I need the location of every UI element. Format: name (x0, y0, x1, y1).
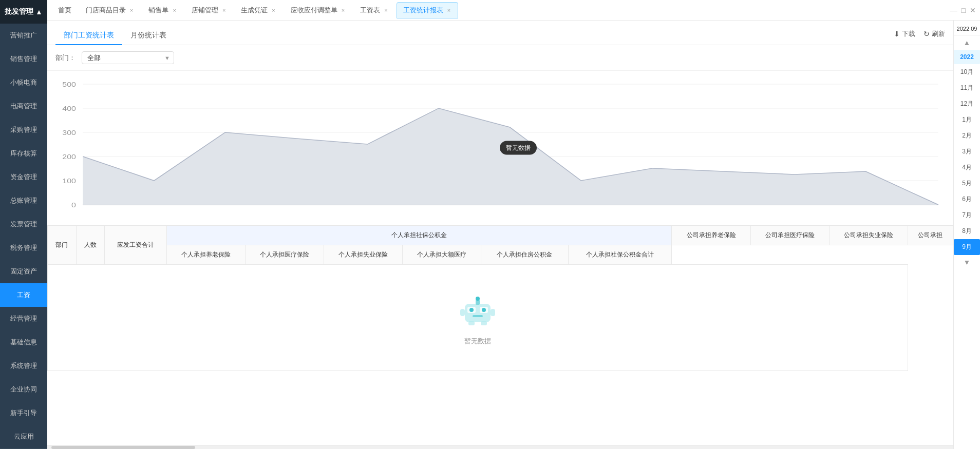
sidebar-item-finance[interactable]: 资金管理 (0, 165, 47, 189)
window-close[interactable]: ✕ (970, 6, 976, 14)
sidebar-items: 营销推广销售管理小畅电商电商管理采购管理库存核算资金管理总账管理发票管理税务管理… (0, 24, 47, 448)
empty-row: 暂无数据 (48, 265, 908, 371)
tab-items: 首页门店商品目录×销售单×店铺管理×生成凭证×应收应付调整单×工资表×工资统计报… (51, 2, 458, 18)
dept-select-wrapper: 全部 销售部 财务部 技术部 行政部 ▼ (82, 51, 174, 64)
tab-sales-order[interactable]: 销售单× (142, 2, 183, 18)
sub-tab-bar: 部门工资统计表 月份统计表 ⬇ 下载 ↻ 刷新 (47, 21, 953, 45)
tab-close-sales-order[interactable]: × (172, 7, 177, 14)
date-nav-up[interactable]: ▲ (960, 35, 974, 50)
date-nav-down[interactable]: ▼ (960, 255, 974, 269)
date-month-8月[interactable]: 8月 (954, 223, 980, 239)
date-month-12月[interactable]: 12月 (954, 96, 980, 112)
table-container[interactable]: 部门 人数 应发工资合计 个人承担社保公积金 公司承担养老保险 公司承担医疗保险… (47, 225, 953, 445)
th-personal-3: 个人承担失业保险 (324, 245, 402, 265)
tab-label-store: 店铺管理 (192, 6, 218, 15)
sidebar-item-ecommerce-small[interactable]: 小畅电商 (0, 71, 47, 94)
th-personal-5: 个人承担住房公积金 (481, 245, 568, 265)
tab-close-product[interactable]: × (129, 7, 134, 14)
date-month-4月[interactable]: 4月 (954, 160, 980, 175)
page-content: 部门工资统计表 月份统计表 ⬇ 下载 ↻ 刷新 部门： (47, 21, 953, 449)
sidebar-item-enterprise[interactable]: 企业协同 (0, 378, 47, 401)
tab-label-product: 门店商品目录 (86, 6, 126, 15)
date-month-2月[interactable]: 2月 (954, 128, 980, 144)
sidebar-item-invoice[interactable]: 发票管理 (0, 212, 47, 236)
tab-production[interactable]: 生成凭证× (234, 2, 282, 18)
refresh-icon: ↻ (924, 30, 930, 38)
tab-label-home: 首页 (58, 6, 71, 15)
download-btn[interactable]: ⬇ 下载 (894, 29, 915, 38)
window-minimize[interactable]: — (950, 6, 957, 14)
date-month-10月[interactable]: 10月 (954, 64, 980, 80)
tab-label-production: 生成凭证 (241, 6, 268, 15)
window-maximize[interactable]: □ (962, 6, 966, 14)
svg-point-19 (476, 297, 480, 301)
sidebar-item-assets[interactable]: 固定资产 (0, 260, 47, 283)
refresh-btn[interactable]: ↻ 刷新 (924, 29, 945, 38)
svg-text:0: 0 (71, 202, 76, 209)
th-personal-6: 个人承担社保公积金合计 (568, 245, 672, 265)
tab-home[interactable]: 首页 (51, 2, 78, 18)
tab-label-payroll-report: 工资统计报表 (403, 6, 443, 15)
sidebar-item-tax[interactable]: 税务管理 (0, 236, 47, 260)
chart-svg: 500 400 300 200 100 0 (55, 79, 945, 223)
date-month-5月[interactable]: 5月 (954, 175, 980, 191)
sidebar-item-salary[interactable]: 工资 (0, 283, 47, 307)
svg-text:300: 300 (62, 129, 76, 136)
scrollbar-thumb[interactable] (51, 446, 195, 449)
sidebar-item-basic[interactable]: 基础信息 (0, 330, 47, 354)
date-month-6月[interactable]: 6月 (954, 191, 980, 207)
date-month-7月[interactable]: 7月 (954, 207, 980, 223)
tab-month[interactable]: 月份统计表 (122, 27, 175, 45)
tab-payroll[interactable]: 工资表× (353, 2, 395, 18)
sidebar-item-purchase[interactable]: 采购管理 (0, 118, 47, 142)
sidebar-item-inventory[interactable]: 库存核算 (0, 142, 47, 165)
svg-text:100: 100 (62, 178, 76, 185)
tab-store[interactable]: 店铺管理× (185, 2, 233, 18)
tab-receivable[interactable]: 应收应付调整单× (284, 2, 352, 18)
filter-bar: 部门： 全部 销售部 财务部 技术部 行政部 ▼ (47, 45, 953, 71)
sidebar-item-guide[interactable]: 新手引导 (0, 401, 47, 425)
svg-rect-21 (491, 309, 495, 316)
tab-label-receivable: 应收应付调整单 (291, 6, 337, 15)
sidebar-item-operations[interactable]: 经营管理 (0, 307, 47, 330)
svg-point-15 (469, 308, 474, 312)
svg-rect-20 (460, 309, 465, 316)
tab-dept[interactable]: 部门工资统计表 (55, 27, 122, 45)
sidebar-item-ledger[interactable]: 总账管理 (0, 189, 47, 212)
tab-payroll-report[interactable]: 工资统计报表× (397, 2, 458, 18)
sidebar-header[interactable]: 批发管理 ▲ (0, 0, 47, 24)
svg-text:500: 500 (62, 81, 76, 88)
sidebar-item-ecommerce[interactable]: 电商管理 (0, 94, 47, 118)
refresh-label: 刷新 (932, 29, 945, 38)
svg-text:400: 400 (62, 105, 76, 112)
th-total-salary: 应发工资合计 (105, 226, 167, 265)
tab-close-store[interactable]: × (221, 7, 227, 14)
tab-close-payroll[interactable]: × (383, 7, 388, 14)
date-items: 202210月11月12月1月2月3月4月5月6月7月8月9月 (954, 50, 980, 255)
tab-label-payroll: 工资表 (360, 6, 380, 15)
chart-area: 500 400 300 200 100 0 (47, 71, 953, 225)
tab-label-sales-order: 销售单 (148, 6, 168, 15)
sidebar-item-system[interactable]: 系统管理 (0, 354, 47, 378)
sidebar-item-cloud[interactable]: 云应用 (0, 425, 47, 448)
date-year-2022[interactable]: 2022 (954, 50, 980, 64)
date-month-1月[interactable]: 1月 (954, 112, 980, 128)
date-month-11月[interactable]: 11月 (954, 80, 980, 96)
th-personal-4: 个人承担大额医疗 (403, 245, 481, 265)
svg-point-16 (482, 308, 486, 312)
horizontal-scrollbar[interactable] (47, 445, 953, 449)
date-month-3月[interactable]: 3月 (954, 144, 980, 160)
svg-text:200: 200 (62, 153, 76, 161)
tab-product[interactable]: 门店商品目录× (79, 2, 141, 18)
collapse-icon: ▲ (35, 8, 43, 16)
tab-close-payroll-report[interactable]: × (446, 7, 451, 14)
date-panel: 2022.09 ▲ 202210月11月12月1月2月3月4月5月6月7月8月9… (953, 21, 980, 449)
dept-select[interactable]: 全部 销售部 财务部 技术部 行政部 (82, 51, 174, 64)
tab-close-receivable[interactable]: × (341, 7, 346, 14)
tab-close-production[interactable]: × (271, 7, 276, 14)
date-month-9月[interactable]: 9月 (954, 239, 980, 255)
download-icon: ⬇ (894, 30, 900, 38)
sidebar-item-sales[interactable]: 销售管理 (0, 47, 47, 71)
sidebar-item-marketing[interactable]: 营销推广 (0, 24, 47, 47)
empty-icon (457, 289, 498, 330)
